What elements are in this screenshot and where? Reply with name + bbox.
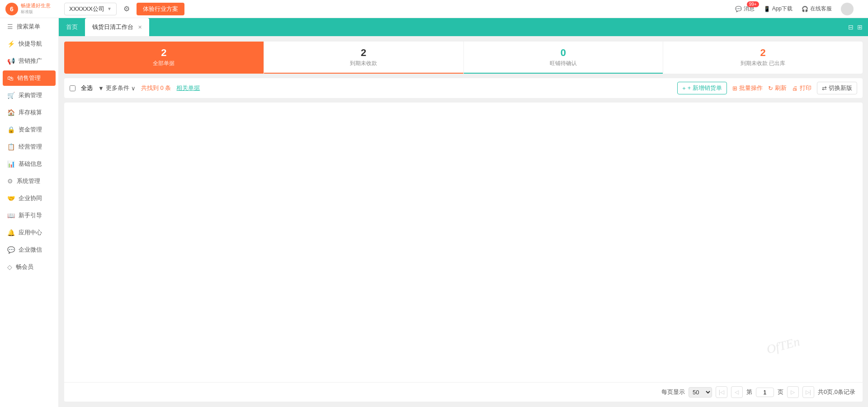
related-link[interactable]: 相关单据 <box>176 84 200 92</box>
sidebar-item-search[interactable]: ☰ 搜索菜单 <box>0 18 58 35</box>
sidebar-label-guide: 新手引导 <box>19 211 42 220</box>
stat-card-all[interactable]: 2 全部单据 <box>64 42 264 74</box>
sidebar-item-marketing[interactable]: 📢 营销推广 <box>0 52 58 70</box>
sidebar-item-appstore[interactable]: 🔔 应用中心 <box>0 224 58 241</box>
sidebar-item-weixin[interactable]: 💬 企业微信 <box>0 241 58 258</box>
first-page-button[interactable]: |◁ <box>716 386 727 398</box>
refresh-label: 刷新 <box>775 84 787 92</box>
tab-home[interactable]: 首页 <box>59 18 85 36</box>
stat-card-wangpu[interactable]: 0 旺铺待确认 <box>464 42 664 74</box>
select-all-label: 全选 <box>81 84 93 92</box>
found-count: 共找到 0 条 <box>141 84 171 92</box>
online-service[interactable]: 🎧 在线客服 <box>802 5 832 13</box>
filter-icon: ▼ <box>98 85 104 92</box>
guide-icon: 📖 <box>7 212 15 219</box>
print-icon: 🖨 <box>792 85 798 92</box>
sidebar: ☰ 搜索菜单 ⚡ 快捷导航 📢 营销推广 🛍 销售管理 🛒 采购管理 🏠 库存核… <box>0 18 59 407</box>
sidebar-item-quick[interactable]: ⚡ 快捷导航 <box>0 35 58 52</box>
sidebar-label-purchase: 采购管理 <box>19 91 42 99</box>
tab-minimize-icon[interactable]: ⊟ <box>848 23 854 31</box>
sidebar-item-inventory[interactable]: 🏠 库存核算 <box>0 104 58 121</box>
page-label: 第 <box>746 388 752 396</box>
company-selector[interactable]: XXXXXX公司 ▼ <box>64 3 117 15</box>
found-number: 0 <box>160 84 164 91</box>
member-icon: ◇ <box>7 263 12 271</box>
add-label: + 新增销货单 <box>688 84 722 92</box>
sidebar-item-guide[interactable]: 📖 新手引导 <box>0 207 58 224</box>
download-icon: 📱 <box>764 6 770 12</box>
per-page-select[interactable]: 50 100 200 <box>689 387 712 398</box>
search-menu-icon: ☰ <box>7 23 13 30</box>
pagination: 每页显示 50 100 200 |◁ ◁ 第 页 ▷ ▷| 共0页,0条记录 <box>64 382 863 402</box>
page-input[interactable] <box>756 388 774 397</box>
refresh-button[interactable]: ↻ 刷新 <box>768 84 787 92</box>
tab-maximize-icon[interactable]: ⊞ <box>857 23 863 31</box>
tab-home-label: 首页 <box>66 23 78 31</box>
sidebar-item-finance[interactable]: 🔒 资金管理 <box>0 121 58 138</box>
add-order-button[interactable]: + + 新增销货单 <box>677 82 727 94</box>
sidebar-item-basic[interactable]: 📊 基础信息 <box>0 155 58 173</box>
sales-icon: 🛍 <box>7 75 14 82</box>
sidebar-item-enterprise[interactable]: 🤝 企业协同 <box>0 190 58 207</box>
prev-page-button[interactable]: ◁ <box>731 386 743 398</box>
print-button[interactable]: 🖨 打印 <box>792 84 811 92</box>
logo-sub: 标准版 <box>21 9 51 15</box>
batch-label: 批量操作 <box>739 84 763 92</box>
filter-label: 更多条件 <box>106 84 129 92</box>
stats-row: 2 全部单据 2 到期未收款 0 旺铺待确认 2 到期未收款 已出库 <box>64 42 863 74</box>
logo-name: 畅捷通好生意 <box>21 3 51 9</box>
table-area: 每页显示 50 100 200 |◁ ◁ 第 页 ▷ ▷| 共0页,0条记录 <box>64 103 863 402</box>
sidebar-item-operations[interactable]: 📋 经营管理 <box>0 138 58 155</box>
logo-icon: 6 <box>5 3 18 15</box>
print-label: 打印 <box>800 84 811 92</box>
sidebar-label-quick: 快捷导航 <box>19 40 42 48</box>
sidebar-label-member: 畅会员 <box>16 263 33 271</box>
sidebar-label-operations: 经营管理 <box>19 143 42 151</box>
stat-count-shipped: 2 <box>672 48 854 58</box>
service-icon: 🎧 <box>802 6 808 12</box>
stat-underline-wangpu <box>464 73 663 74</box>
trial-button[interactable]: 体验行业方案 <box>137 3 184 15</box>
toolbar: 全选 ▼ 更多条件 ∨ 共找到 0 条 相关单据 + + 新增销货单 <box>64 78 863 98</box>
tab-close-icon[interactable]: ✕ <box>138 24 142 30</box>
total-info: 共0页,0条记录 <box>818 388 855 396</box>
page-label2: 页 <box>778 388 783 396</box>
toolbar-right: + + 新增销货单 ⊞ 批量操作 ↻ 刷新 🖨 打印 <box>677 82 857 94</box>
tab-work[interactable]: 钱货日清工作台 ✕ <box>85 18 149 36</box>
select-all-checkbox[interactable] <box>70 85 75 91</box>
finance-icon: 🔒 <box>7 126 15 133</box>
sidebar-item-system[interactable]: ⚙ 系统管理 <box>0 173 58 190</box>
switch-icon: ⇄ <box>822 85 827 92</box>
stat-card-shipped[interactable]: 2 到期未收款 已出库 <box>663 42 863 74</box>
batch-icon: ⊞ <box>732 85 737 92</box>
stat-card-overdue[interactable]: 2 到期未收款 <box>264 42 464 74</box>
stat-label-overdue: 到期未收款 <box>273 60 454 67</box>
message-area[interactable]: 💬 消息 99+ <box>735 5 755 13</box>
stat-count-all: 2 <box>73 48 255 58</box>
inventory-icon: 🏠 <box>7 109 15 116</box>
found-unit: 条 <box>165 84 171 91</box>
company-name: XXXXXX公司 <box>69 5 104 13</box>
stat-label-shipped: 到期未收款 已出库 <box>672 60 854 67</box>
chevron-down-icon: ▼ <box>107 6 112 11</box>
found-text: 共找到 <box>141 84 159 91</box>
enterprise-icon: 🤝 <box>7 195 15 202</box>
app-download[interactable]: 📱 App下载 <box>764 5 793 13</box>
filter-button[interactable]: ▼ 更多条件 ∨ <box>98 84 136 92</box>
next-page-button[interactable]: ▷ <box>787 386 799 398</box>
add-icon: + <box>682 85 686 92</box>
batch-button[interactable]: ⊞ 批量操作 <box>732 84 763 92</box>
settings-icon[interactable]: ⚙ <box>120 3 133 15</box>
last-page-button[interactable]: ▷| <box>802 386 814 398</box>
sidebar-label-inventory: 库存核算 <box>19 108 42 117</box>
tab-work-label: 钱货日清工作台 <box>92 23 133 31</box>
sidebar-item-member[interactable]: ◇ 畅会员 <box>0 258 58 276</box>
per-page-label: 每页显示 <box>661 388 685 396</box>
system-icon: ⚙ <box>7 178 13 185</box>
logo-area: 6 畅捷通好生意 标准版 <box>5 3 64 15</box>
sidebar-item-purchase[interactable]: 🛒 采购管理 <box>0 87 58 104</box>
sidebar-label-basic: 基础信息 <box>19 160 42 168</box>
switch-button[interactable]: ⇄ 切换新版 <box>817 82 857 94</box>
avatar[interactable] <box>841 3 854 15</box>
sidebar-item-sales[interactable]: 🛍 销售管理 <box>3 70 56 86</box>
